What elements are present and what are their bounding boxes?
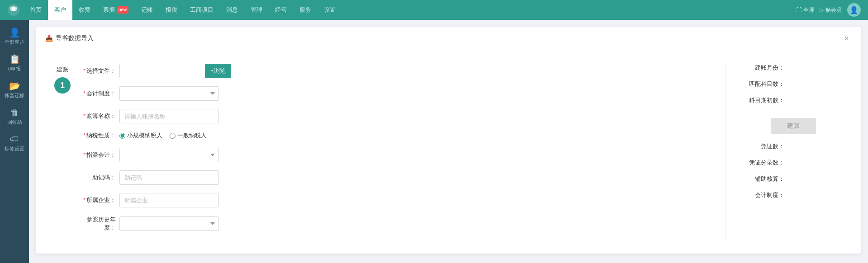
info-accounting-system-row: 会计制度： <box>744 191 843 199</box>
voucher-count-row: 凭证数： <box>744 142 843 150</box>
matching-subjects-row: 匹配科目数： <box>744 80 843 88</box>
main-content: 📥 导爷数据导入 × 建账 1 选择文件： <box>29 20 868 263</box>
dialog-body: 建账 1 选择文件： +浏览 <box>36 50 861 254</box>
accounting-month-row: 建账月份： <box>744 64 843 72</box>
nav-billing[interactable]: 收费 <box>72 0 97 20</box>
memo-code-label: 助记码： <box>80 174 116 182</box>
file-select-input[interactable] <box>119 64 205 78</box>
tax-type-label: 纳税性质： <box>80 132 116 140</box>
close-button[interactable]: × <box>841 33 852 43</box>
voucher-entries-label: 凭证分录数： <box>744 159 784 167</box>
top-navigation: 首页 客户 收费 票据 new 记账 报税 工商项目 消息 管理 经营 <box>0 0 868 20</box>
file-select-label: 选择文件： <box>80 67 116 75</box>
general-taxpayer-option[interactable]: 一般纳税人 <box>170 132 207 140</box>
small-taxpayer-radio[interactable] <box>119 133 125 139</box>
sidebar: 👤 全部客户 📋 0申报 📂 账套迁移 🗑 回收站 🏷 标签设置 <box>0 20 29 263</box>
migration-icon: 📂 <box>9 81 20 90</box>
tax-type-row: 纳税性质： 小规模纳税人 一般纳税人 <box>80 132 716 140</box>
nav-items: 首页 客户 收费 票据 new 记账 报税 工商项目 消息 管理 经营 <box>24 0 796 20</box>
step-section: 建账 1 选择文件： +浏览 <box>54 64 716 240</box>
nav-tax[interactable]: 报税 <box>159 0 184 20</box>
company-label: 所属企业： <box>80 196 116 204</box>
nav-bookkeeping[interactable]: 记账 <box>135 0 159 20</box>
new-badge: new <box>117 6 128 14</box>
file-input-group: +浏览 <box>119 64 219 78</box>
declaration-icon: 📋 <box>9 55 20 64</box>
tax-type-radio-group: 小规模纳税人 一般纳税人 <box>119 132 207 140</box>
all-customers-icon: 👤 <box>9 28 20 37</box>
accounting-system-row: 会计制度： <box>80 86 716 101</box>
accountant-label: 指派会计： <box>80 151 116 159</box>
import-icon: 📥 <box>45 35 53 42</box>
avatar-icon: 👤 <box>849 6 859 14</box>
subject-initial-row: 科目期初数： <box>744 96 843 104</box>
matching-subjects-label: 匹配科目数： <box>744 80 784 88</box>
main-layout: 👤 全部客户 📋 0申报 📂 账套迁移 🗑 回收站 🏷 标签设置 📥 导 <box>0 20 868 263</box>
ledger-name-input[interactable] <box>119 109 219 123</box>
fullscreen-icon: ⛶ <box>796 7 802 13</box>
historical-year-label: 参照历史年度： <box>80 216 116 232</box>
accountant-select[interactable] <box>119 148 219 162</box>
play-icon: ▷ <box>820 7 824 13</box>
nav-messages[interactable]: 消息 <box>220 0 244 20</box>
nav-operations[interactable]: 经营 <box>269 0 293 20</box>
sidebar-item-tag-settings[interactable]: 🏷 标签设置 <box>0 130 29 157</box>
accounting-system-label: 会计制度： <box>80 89 116 98</box>
build-account-button[interactable]: 建账 <box>771 118 816 134</box>
voucher-entries-row: 凭证分录数： <box>744 159 843 167</box>
dialog-title: 📥 导爷数据导入 <box>45 34 94 42</box>
nav-home[interactable]: 首页 <box>24 0 48 20</box>
step-indicator: 建账 1 <box>54 64 71 94</box>
accounting-system-select[interactable] <box>119 86 219 101</box>
fullscreen-button[interactable]: ⛶ 全屏 <box>796 6 814 14</box>
historical-year-select[interactable] <box>119 216 219 231</box>
small-taxpayer-option[interactable]: 小规模纳税人 <box>119 132 162 140</box>
memo-code-row: 助记码： <box>80 170 716 185</box>
info-accounting-system-label: 会计制度： <box>744 191 784 199</box>
sidebar-item-declaration[interactable]: 📋 0申报 <box>0 50 29 77</box>
step-circle: 1 <box>54 77 71 94</box>
dialog-card: 📥 导爷数据导入 × 建账 1 选择文件： <box>36 27 861 254</box>
ledger-name-label: 账簿名称： <box>80 112 116 120</box>
tag-settings-icon: 🏷 <box>10 135 19 144</box>
nav-management[interactable]: 管理 <box>244 0 269 20</box>
sidebar-item-all-customers[interactable]: 👤 全部客户 <box>0 23 29 50</box>
step-label: 建账 <box>57 66 68 74</box>
member-button[interactable]: ▷ 畅会员 <box>820 6 842 14</box>
ledger-name-row: 账簿名称： <box>80 109 716 123</box>
nav-invoice[interactable]: 票据 new <box>97 0 135 20</box>
subject-initial-label: 科目期初数： <box>744 96 784 104</box>
nav-business-project[interactable]: 工商项目 <box>184 0 220 20</box>
voucher-count-label: 凭证数： <box>744 142 784 150</box>
company-input[interactable] <box>119 193 219 207</box>
app-logo <box>4 0 24 20</box>
nav-customers[interactable]: 客户 <box>48 0 72 20</box>
dialog-header: 📥 导爷数据导入 × <box>36 27 861 50</box>
auxiliary-accounting-row: 辅助核算： <box>744 175 843 183</box>
nav-settings[interactable]: 设置 <box>318 0 342 20</box>
accountant-row: 指派会计： <box>80 148 716 162</box>
form-section: 选择文件： +浏览 会计制度： <box>80 64 716 240</box>
svg-point-1 <box>12 7 15 11</box>
nav-right-area: ⛶ 全屏 ▷ 畅会员 👤 <box>796 3 868 17</box>
recycle-icon: 🗑 <box>10 108 19 117</box>
user-avatar[interactable]: 👤 <box>847 3 861 17</box>
file-select-row: 选择文件： +浏览 <box>80 64 716 78</box>
sidebar-item-recycle[interactable]: 🗑 回收站 <box>0 103 29 130</box>
info-section: 建账月份： 匹配科目数： 科目期初数： 建账 凭证数： <box>725 64 843 240</box>
company-row: 所属企业： <box>80 193 716 207</box>
browse-button[interactable]: +浏览 <box>205 64 231 78</box>
sidebar-item-migration[interactable]: 📂 账套迁移 <box>0 77 29 103</box>
auxiliary-accounting-label: 辅助核算： <box>744 175 784 183</box>
accounting-month-label: 建账月份： <box>744 64 784 72</box>
general-taxpayer-radio[interactable] <box>170 133 175 139</box>
nav-services[interactable]: 服务 <box>293 0 318 20</box>
historical-year-row: 参照历史年度： <box>80 216 716 232</box>
memo-code-input[interactable] <box>119 170 219 185</box>
